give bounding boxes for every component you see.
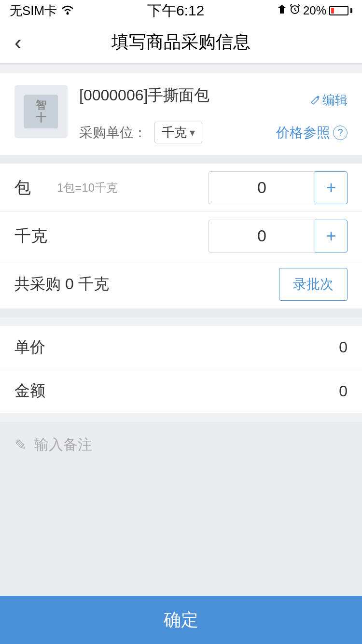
notes-section[interactable]: ✎ 输入备注 [0, 421, 362, 468]
wifi-icon [61, 3, 74, 18]
batch-record-button[interactable]: 录批次 [279, 268, 348, 301]
qty-plus-bag-button[interactable]: + [315, 171, 348, 204]
summary-text: 共采购 0 千克 [14, 274, 109, 295]
quantity-row-bag: 包 1包=10千克 + [0, 164, 362, 212]
confirm-button[interactable]: 确定 [0, 596, 362, 644]
svg-line-3 [295, 10, 296, 11]
qty-input-group-kg: + [209, 220, 348, 252]
edit-button[interactable]: 编辑 [310, 92, 348, 109]
status-right: 20% [277, 4, 352, 17]
amount-label: 金额 [14, 380, 45, 402]
location-icon [277, 4, 287, 17]
qty-sublabel-bag: 1包=10千克 [57, 180, 118, 196]
quantity-row-kg: 千克 + [0, 212, 362, 260]
qty-plus-kg-button[interactable]: + [315, 220, 348, 252]
price-ref-button[interactable]: 价格参照 ? [276, 124, 348, 142]
battery-percent: 20% [303, 4, 326, 17]
pencil-icon: ✎ [14, 436, 27, 453]
product-unit-row: 采购单位： 千克 ▾ 价格参照 ? [79, 122, 348, 143]
product-info: [0000006]手撕面包 编辑 采购单位： 千克 ▾ 价格参照 ? [79, 85, 348, 143]
product-thumb-logo: 智 十 [24, 95, 58, 128]
quantity-section: 包 1包=10千克 + 千克 + [0, 164, 362, 260]
status-time: 下午6:12 [147, 1, 204, 21]
battery-icon [329, 6, 352, 15]
qty-input-kg[interactable] [209, 220, 315, 252]
summary-val: 0 [65, 275, 74, 293]
help-icon: ? [333, 126, 348, 140]
product-name: [0000006]手撕面包 [79, 85, 209, 106]
product-thumbnail: 智 十 [14, 85, 68, 138]
qty-input-bag[interactable] [209, 171, 315, 204]
summary-prefix: 共采购 [14, 275, 61, 293]
back-button[interactable]: ‹ [14, 32, 31, 53]
dropdown-arrow-icon: ▾ [190, 126, 195, 139]
unit-price-row: 单价 0 [0, 326, 362, 369]
qty-input-group-bag: + [209, 171, 348, 204]
status-bar: 无SIM卡 下午6:12 20% [0, 0, 362, 21]
nav-bar: ‹ 填写商品采购信息 [0, 21, 362, 64]
amount-row: 金额 0 [0, 369, 362, 413]
edit-label: 编辑 [322, 92, 348, 109]
alarm-icon [290, 4, 300, 17]
unit-value: 千克 [162, 124, 187, 141]
section-divider-1 [0, 155, 362, 164]
product-card: 智 十 [0000006]手撕面包 编辑 采购单位： 千克 ▾ 价格参照 ? [0, 73, 362, 155]
status-left: 无SIM卡 [10, 2, 74, 19]
price-ref-label: 价格参照 [276, 124, 330, 142]
section-divider-2 [0, 308, 362, 317]
amount-value: 0 [339, 382, 348, 400]
notes-placeholder: 输入备注 [34, 435, 92, 455]
qty-label-kg: 千克 [14, 225, 53, 247]
unit-price-value: 0 [339, 338, 348, 356]
carrier-text: 无SIM卡 [10, 2, 57, 19]
price-section: 单价 0 金额 0 [0, 326, 362, 413]
summary-unit-text: 千克 [78, 275, 109, 293]
unit-price-label: 单价 [14, 337, 45, 358]
qty-label-bag: 包 [14, 177, 53, 199]
product-top-row: [0000006]手撕面包 编辑 [79, 85, 348, 115]
svg-point-0 [67, 12, 69, 14]
unit-label-text: 采购单位： [79, 124, 147, 142]
unit-selector[interactable]: 千克 ▾ [154, 122, 202, 143]
summary-row: 共采购 0 千克 录批次 [0, 260, 362, 308]
page-title: 填写商品采购信息 [111, 30, 251, 54]
